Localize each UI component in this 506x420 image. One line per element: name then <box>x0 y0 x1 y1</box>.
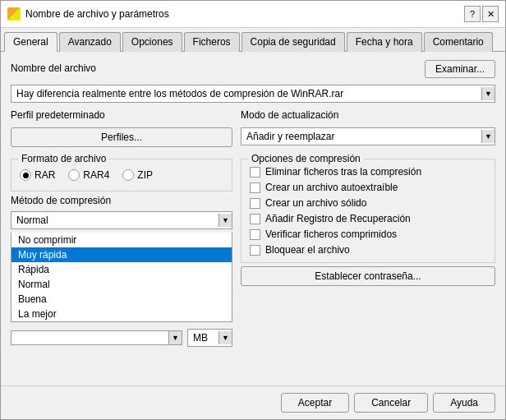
modo-label: Modo de actualización <box>241 109 495 121</box>
lower-left: Formato de archivo RAR RAR4 ZIP <box>11 154 232 347</box>
radio-zip-circle[interactable] <box>122 169 134 181</box>
title-bar-buttons: ? ✕ <box>464 6 499 22</box>
lower-section: Formato de archivo RAR RAR4 ZIP <box>11 154 495 377</box>
bottom-row: ▼ MB ▼ <box>11 329 232 347</box>
unit-combo[interactable]: MB ▼ <box>187 329 232 347</box>
tab-ficheros[interactable]: Ficheros <box>184 32 240 52</box>
modo-combo[interactable]: Añadir y reemplazar ▼ <box>241 127 495 145</box>
close-button[interactable]: ✕ <box>482 6 499 22</box>
opciones-box: Opciones de compresión Eliminar ficheros… <box>241 159 495 263</box>
metodo-dropdown: No comprimir Muy rápida Rápida Normal Bu… <box>11 233 232 322</box>
filename-combo[interactable]: Hay diferencia realmente entre los métod… <box>11 85 495 103</box>
radio-rar4[interactable]: RAR4 <box>68 169 109 181</box>
modo-value: Añadir y reemplazar <box>246 131 476 142</box>
filename-label: Nombre del archivo <box>11 62 96 74</box>
metodo-combo[interactable]: Normal ▼ <box>11 211 232 229</box>
radio-rar[interactable]: RAR <box>20 169 55 181</box>
radio-rar-circle[interactable] <box>20 169 31 181</box>
checkbox-eliminar[interactable]: Eliminar ficheros tras la compresión <box>250 166 486 178</box>
help-button[interactable]: ? <box>464 6 481 22</box>
dropdown-normal[interactable]: Normal <box>12 277 232 292</box>
dropdown-rapida[interactable]: Rápida <box>12 262 232 277</box>
checkbox-registro-label: Añadir Registro de Recuperación <box>265 213 411 224</box>
checkbox-bloquear-label: Bloquear el archivo <box>265 244 350 256</box>
lower-right: Opciones de compresión Eliminar ficheros… <box>241 154 495 286</box>
main-content: Nombre del archivo Examinar... Hay difer… <box>1 52 505 385</box>
tabs-bar: General Avanzado Opciones Ficheros Copia… <box>1 28 505 52</box>
size-arrow-icon[interactable]: ▼ <box>168 331 182 344</box>
cancelar-button[interactable]: Cancelar <box>354 393 428 413</box>
aceptar-button[interactable]: Aceptar <box>281 393 349 413</box>
dialog: Nombre de archivo y parámetros ? ✕ Gener… <box>0 0 506 420</box>
metodo-section: Método de compresión Normal ▼ No comprim… <box>11 195 232 322</box>
checkbox-eliminar-label: Eliminar ficheros tras la compresión <box>265 166 421 178</box>
ayuda-button[interactable]: Ayuda <box>433 393 495 413</box>
radio-rar-label: RAR <box>34 169 55 181</box>
tab-general[interactable]: General <box>4 32 58 52</box>
checkbox-solido[interactable]: Crear un archivo sólido <box>250 197 486 209</box>
filename-value: Hay diferencia realmente entre los métod… <box>16 88 476 99</box>
unit-arrow-icon[interactable]: ▼ <box>218 331 232 344</box>
checkbox-group: Eliminar ficheros tras la compresión Cre… <box>250 166 486 256</box>
radio-zip-label: ZIP <box>137 169 153 181</box>
modo-arrow-icon[interactable]: ▼ <box>481 130 494 143</box>
tab-fecha[interactable]: Fecha y hora <box>347 32 422 52</box>
tab-comentario[interactable]: Comentario <box>424 32 493 52</box>
opciones-legend: Opciones de compresión <box>248 153 364 164</box>
app-icon <box>7 7 21 21</box>
checkbox-bloquear[interactable]: Bloquear el archivo <box>250 244 486 256</box>
checkbox-verificar[interactable]: Verificar ficheros comprimidos <box>250 228 486 240</box>
checkbox-autoextraible-label: Crear un archivo autoextraíble <box>265 182 398 193</box>
unit-value: MB <box>193 332 214 344</box>
modo-section: Modo de actualización Añadir y reemplaza… <box>241 109 495 145</box>
checkbox-eliminar-box[interactable] <box>250 167 260 178</box>
metodo-arrow-icon[interactable]: ▼ <box>218 214 232 227</box>
formato-legend: Formato de archivo <box>18 153 109 164</box>
tab-avanzado[interactable]: Avanzado <box>59 32 121 52</box>
checkbox-solido-box[interactable] <box>250 198 260 209</box>
radio-group: RAR RAR4 ZIP <box>20 166 223 184</box>
metodo-label: Método de compresión <box>11 195 232 206</box>
checkbox-registro[interactable]: Añadir Registro de Recuperación <box>250 213 486 224</box>
footer: Aceptar Cancelar Ayuda <box>1 385 505 419</box>
dropdown-la-mejor[interactable]: La mejor <box>12 307 232 321</box>
radio-rar4-label: RAR4 <box>83 169 109 181</box>
radio-rar4-circle[interactable] <box>68 169 80 181</box>
tab-copia[interactable]: Copia de seguridad <box>242 32 345 52</box>
perfil-modo-section: Perfil predeterminado Perfiles... Modo d… <box>11 109 495 147</box>
title-bar: Nombre de archivo y parámetros ? ✕ <box>1 1 505 28</box>
checkbox-bloquear-box[interactable] <box>250 245 260 256</box>
dropdown-muy-rapida[interactable]: Muy rápida <box>12 247 232 262</box>
dropdown-no-comprimir[interactable]: No comprimir <box>12 233 232 247</box>
checkbox-autoextraible-box[interactable] <box>250 182 260 193</box>
metodo-value: Normal <box>16 215 214 226</box>
checkbox-verificar-label: Verificar ficheros comprimidos <box>265 228 397 240</box>
establecer-button[interactable]: Establecer contraseña... <box>241 266 495 286</box>
examinar-button[interactable]: Examinar... <box>425 60 495 78</box>
size-combo[interactable]: ▼ <box>11 330 182 345</box>
checkbox-verificar-box[interactable] <box>250 229 260 240</box>
perfiles-button[interactable]: Perfiles... <box>11 127 232 147</box>
checkbox-solido-label: Crear un archivo sólido <box>265 197 366 209</box>
tab-opciones[interactable]: Opciones <box>122 32 182 52</box>
perfil-section: Perfil predeterminado Perfiles... <box>11 109 232 147</box>
radio-zip[interactable]: ZIP <box>122 169 153 181</box>
checkbox-autoextraible[interactable]: Crear un archivo autoextraíble <box>250 182 486 193</box>
perfil-label: Perfil predeterminado <box>11 109 232 121</box>
formato-box: Formato de archivo RAR RAR4 ZIP <box>11 159 232 192</box>
dropdown-buena[interactable]: Buena <box>12 292 232 307</box>
filename-arrow-icon[interactable]: ▼ <box>481 87 494 100</box>
checkbox-registro-box[interactable] <box>250 214 260 224</box>
dialog-title: Nombre de archivo y parámetros <box>25 8 459 20</box>
